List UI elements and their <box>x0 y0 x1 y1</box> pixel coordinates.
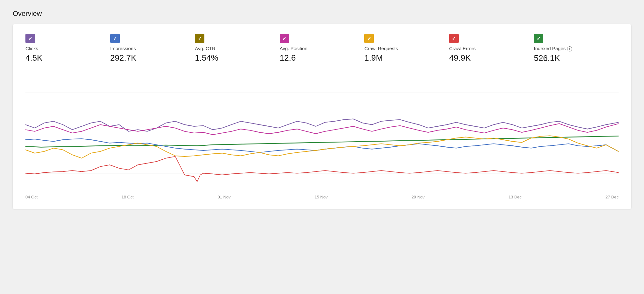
metrics-row: ✓Clicks4.5K✓Impressions292.7K✓Avg. CTR1.… <box>25 34 619 63</box>
metric-item-clicks[interactable]: ✓Clicks4.5K <box>25 34 110 63</box>
page-title: Overview <box>13 10 631 18</box>
metric-checkbox-crawl-errors[interactable]: ✓ <box>449 34 459 43</box>
metric-label-indexed-pages: Indexed Pagesi <box>534 46 619 51</box>
checkmark-icon: ✓ <box>28 36 32 42</box>
metric-value-crawl-errors: 49.9K <box>449 53 534 63</box>
x-axis-labels: 04 Oct18 Oct01 Nov15 Nov29 Nov13 Dec27 D… <box>25 195 619 199</box>
metric-item-crawl-errors[interactable]: ✓Crawl Errors49.9K <box>449 34 534 63</box>
metric-checkbox-crawl-requests[interactable]: ✓ <box>364 34 374 43</box>
metric-value-indexed-pages: 526.1K <box>534 53 619 63</box>
checkmark-icon: ✓ <box>113 36 117 42</box>
x-label-1: 18 Oct <box>121 195 134 199</box>
x-label-6: 27 Dec <box>606 195 619 199</box>
x-label-5: 13 Dec <box>509 195 522 199</box>
metric-item-avg-ctr[interactable]: ✓Avg. CTR1.54% <box>195 34 280 63</box>
x-label-0: 04 Oct <box>25 195 38 199</box>
overview-chart <box>25 73 619 193</box>
metric-label-crawl-requests: Crawl Requests <box>364 46 449 51</box>
metric-label-crawl-errors: Crawl Errors <box>449 46 534 51</box>
metric-value-avg-position: 12.6 <box>280 53 365 63</box>
metric-item-crawl-requests[interactable]: ✓Crawl Requests1.9M <box>364 34 449 63</box>
checkmark-icon: ✓ <box>282 36 286 42</box>
overview-card: ✓Clicks4.5K✓Impressions292.7K✓Avg. CTR1.… <box>13 24 631 209</box>
x-label-3: 15 Nov <box>314 195 327 199</box>
metric-label-avg-ctr: Avg. CTR <box>195 46 280 51</box>
metric-checkbox-indexed-pages[interactable]: ✓ <box>534 34 543 43</box>
metric-label-impressions: Impressions <box>110 46 195 51</box>
info-icon[interactable]: i <box>567 46 572 51</box>
metric-checkbox-clicks[interactable]: ✓ <box>25 34 35 43</box>
checkmark-icon: ✓ <box>537 36 541 42</box>
checkmark-icon: ✓ <box>198 36 202 42</box>
metric-item-impressions[interactable]: ✓Impressions292.7K <box>110 34 195 63</box>
metric-value-crawl-requests: 1.9M <box>364 53 449 63</box>
x-label-2: 01 Nov <box>217 195 230 199</box>
metric-label-clicks: Clicks <box>25 46 110 51</box>
metric-checkbox-avg-position[interactable]: ✓ <box>280 34 289 43</box>
checkmark-icon: ✓ <box>367 36 371 42</box>
metric-item-indexed-pages[interactable]: ✓Indexed Pagesi526.1K <box>534 34 619 63</box>
x-label-4: 29 Nov <box>412 195 425 199</box>
metric-item-avg-position[interactable]: ✓Avg. Position12.6 <box>280 34 365 63</box>
metric-value-impressions: 292.7K <box>110 53 195 63</box>
checkmark-icon: ✓ <box>452 36 456 42</box>
metric-checkbox-impressions[interactable]: ✓ <box>110 34 120 43</box>
metric-label-avg-position: Avg. Position <box>280 46 365 51</box>
chart-container <box>25 73 619 193</box>
metric-value-clicks: 4.5K <box>25 53 110 63</box>
metric-checkbox-avg-ctr[interactable]: ✓ <box>195 34 204 43</box>
metric-value-avg-ctr: 1.54% <box>195 53 280 63</box>
